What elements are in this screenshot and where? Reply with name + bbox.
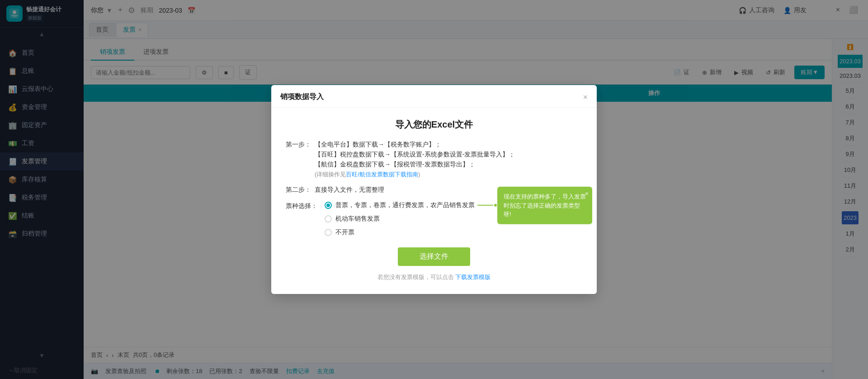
- bottom-note-text: 若您没有发票模版，可以点击: [377, 274, 454, 280]
- modal-body: 导入您的Excel文件 第一步： 【全电平台】数据下载→【税务数字账户】； 【百…: [271, 108, 597, 294]
- select-file-button[interactable]: 选择文件: [398, 247, 470, 266]
- tooltip-wrapper: × 现在支持的票种多了，导入发票时别忘了选择正确的发票类型呀!: [477, 187, 592, 224]
- import-modal: 销项数据导入 × 导入您的Excel文件 第一步： 【全电平台】数据下载→【税务…: [271, 85, 597, 294]
- tooltip-text: 现在支持的票种多了，导入发票时别忘了选择正确的发票类型呀!: [504, 193, 586, 218]
- modal-import-title: 导入您的Excel文件: [286, 118, 582, 131]
- radio-dot-1: [326, 204, 330, 207]
- step1-link: (详细操作见百旺/航信发票数据下载指南): [315, 171, 515, 179]
- modal-overlay: 销项数据导入 × 导入您的Excel文件 第一步： 【全电平台】数据下载→【税务…: [0, 0, 868, 379]
- radio-label-2: 机动车销售发票: [335, 215, 380, 223]
- step1-line2: 【百旺】税控盘数据下载→【系统设置-系统参数设置-发票批量导入】；: [315, 151, 515, 159]
- step2-content: 直接导入文件，无需整理: [315, 186, 384, 194]
- modal-title: 销项数据导入: [280, 92, 324, 102]
- tooltip-bubble: × 现在支持的票种多了，导入发票时别忘了选择正确的发票类型呀!: [497, 187, 592, 224]
- step1-link-prefix: (详细操作见: [315, 171, 346, 178]
- step1-link-suffix: ): [418, 171, 420, 178]
- radio-none[interactable]: 不开票: [325, 228, 475, 237]
- radio-circle-2: [325, 215, 332, 223]
- tooltip-line: [477, 205, 495, 206]
- radio-circle-3: [325, 229, 332, 236]
- step1-line3: 【航信】金税盘数据下载→【报税管理-发票数据导出】；: [315, 161, 515, 169]
- modal-footer: 选择文件: [286, 247, 582, 266]
- tooltip-close-btn[interactable]: ×: [585, 189, 589, 199]
- radio-label-1: 普票，专票，卷票，通行费发票，农产品销售发票: [335, 201, 475, 209]
- modal-ticket-type: 票种选择： 普票，专票，卷票，通行费发票，农产品销售发票: [286, 201, 582, 237]
- radio-motor[interactable]: 机动车销售发票: [325, 215, 475, 223]
- download-template-link[interactable]: 下载发票模版: [455, 274, 491, 280]
- step2-label: 第二步：: [286, 186, 311, 194]
- ticket-label: 票种选择：: [286, 201, 317, 210]
- step1-label: 第一步：: [286, 141, 311, 179]
- radio-general[interactable]: 普票，专票，卷票，通行费发票，农产品销售发票 × 现在支持的票种多了，导入发票时…: [325, 201, 475, 209]
- modal-close-btn[interactable]: ×: [583, 93, 588, 101]
- modal-bottom-note: 若您没有发票模版，可以点击 下载发票模版: [286, 273, 582, 281]
- step1-line1: 【全电平台】数据下载→【税务数字账户】；: [315, 141, 515, 149]
- download-guide-link[interactable]: 百旺/航信发票数据下载指南: [346, 171, 418, 178]
- radio-group: 普票，专票，卷票，通行费发票，农产品销售发票 × 现在支持的票种多了，导入发票时…: [321, 201, 475, 237]
- modal-step1: 第一步： 【全电平台】数据下载→【税务数字账户】； 【百旺】税控盘数据下载→【系…: [286, 141, 582, 179]
- modal-header: 销项数据导入 ×: [271, 85, 597, 108]
- radio-label-3: 不开票: [335, 228, 354, 237]
- radio-circle-1: [325, 202, 332, 209]
